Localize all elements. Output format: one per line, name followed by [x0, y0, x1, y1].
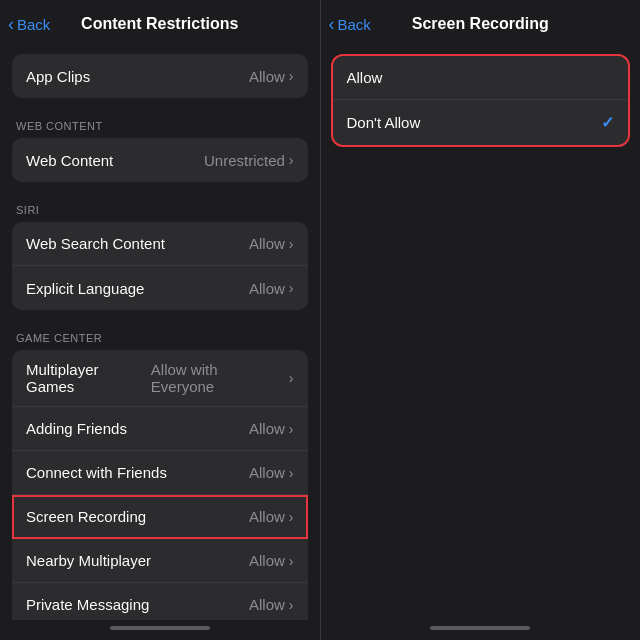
right-back-button[interactable]: ‹ Back — [329, 16, 371, 33]
app-clips-right: Allow › — [249, 68, 294, 85]
right-home-indicator — [321, 620, 641, 640]
screen-recording-options-group: Allow Don't Allow ✓ — [333, 56, 629, 145]
connect-friends-right: Allow › — [249, 464, 294, 481]
web-search-chevron-icon: › — [289, 236, 294, 252]
app-clips-value: Allow — [249, 68, 285, 85]
left-home-bar — [110, 626, 210, 630]
web-content-chevron-icon: › — [289, 152, 294, 168]
multiplayer-games-chevron-icon: › — [289, 370, 294, 386]
private-messaging-chevron-icon: › — [289, 597, 294, 613]
explicit-language-value: Allow — [249, 280, 285, 297]
row-connect-with-friends[interactable]: Connect with Friends Allow › — [12, 451, 308, 495]
private-messaging-right: Allow › — [249, 596, 294, 613]
web-search-right: Allow › — [249, 235, 294, 252]
right-nav-title: Screen Recording — [412, 15, 549, 33]
right-panel: ‹ Back Screen Recording Allow Don't Allo… — [321, 0, 641, 640]
screen-recording-value: Allow — [249, 508, 285, 525]
left-panel: ‹ Back Content Restrictions App Clips Al… — [0, 0, 320, 640]
left-nav-bar: ‹ Back Content Restrictions — [0, 0, 320, 44]
web-search-value: Allow — [249, 235, 285, 252]
explicit-language-chevron-icon: › — [289, 280, 294, 296]
row-web-content[interactable]: Web Content Unrestricted › — [12, 138, 308, 182]
left-scroll-content: App Clips Allow › WEB CONTENT Web Conten… — [0, 44, 320, 620]
back-chevron-icon: ‹ — [8, 15, 14, 33]
right-back-chevron-icon: ‹ — [329, 15, 335, 33]
right-back-label: Back — [338, 16, 371, 33]
explicit-language-label: Explicit Language — [26, 280, 144, 297]
web-content-right: Unrestricted › — [204, 152, 294, 169]
row-screen-recording[interactable]: Screen Recording Allow › — [12, 495, 308, 539]
web-content-value: Unrestricted — [204, 152, 285, 169]
left-back-label: Back — [17, 16, 50, 33]
private-messaging-value: Allow — [249, 596, 285, 613]
row-explicit-language[interactable]: Explicit Language Allow › — [12, 266, 308, 310]
left-nav-title: Content Restrictions — [81, 15, 238, 33]
left-back-button[interactable]: ‹ Back — [8, 16, 50, 33]
nearby-multiplayer-label: Nearby Multiplayer — [26, 552, 151, 569]
left-home-indicator — [0, 620, 320, 640]
app-clips-label: App Clips — [26, 68, 90, 85]
nearby-multiplayer-value: Allow — [249, 552, 285, 569]
group-siri: Web Search Content Allow › Explicit Lang… — [12, 222, 308, 310]
option-allow[interactable]: Allow — [333, 56, 629, 100]
section-label-game-center: GAME CENTER — [0, 318, 320, 350]
section-label-web: WEB CONTENT — [0, 106, 320, 138]
web-search-label: Web Search Content — [26, 235, 165, 252]
connect-friends-value: Allow — [249, 464, 285, 481]
option-dont-allow-label: Don't Allow — [347, 114, 421, 131]
multiplayer-games-value: Allow with Everyone — [151, 361, 285, 395]
section-label-siri: SIRI — [0, 190, 320, 222]
adding-friends-value: Allow — [249, 420, 285, 437]
group-game-center: Multiplayer Games Allow with Everyone › … — [12, 350, 308, 620]
screen-recording-chevron-icon: › — [289, 509, 294, 525]
adding-friends-chevron-icon: › — [289, 421, 294, 437]
right-nav-bar: ‹ Back Screen Recording — [321, 0, 641, 44]
connect-friends-chevron-icon: › — [289, 465, 294, 481]
connect-friends-label: Connect with Friends — [26, 464, 167, 481]
multiplayer-games-label: Multiplayer Games — [26, 361, 151, 395]
row-private-messaging[interactable]: Private Messaging Allow › — [12, 583, 308, 620]
adding-friends-label: Adding Friends — [26, 420, 127, 437]
right-scroll-content: Allow Don't Allow ✓ — [321, 44, 641, 620]
row-adding-friends[interactable]: Adding Friends Allow › — [12, 407, 308, 451]
row-nearby-multiplayer[interactable]: Nearby Multiplayer Allow › — [12, 539, 308, 583]
multiplayer-games-right: Allow with Everyone › — [151, 361, 294, 395]
screen-recording-right: Allow › — [249, 508, 294, 525]
private-messaging-label: Private Messaging — [26, 596, 149, 613]
group-first: App Clips Allow › — [12, 54, 308, 98]
option-dont-allow[interactable]: Don't Allow ✓ — [333, 100, 629, 145]
adding-friends-right: Allow › — [249, 420, 294, 437]
option-allow-label: Allow — [347, 69, 383, 86]
dont-allow-checkmark-icon: ✓ — [601, 113, 614, 132]
row-app-clips[interactable]: App Clips Allow › — [12, 54, 308, 98]
explicit-language-right: Allow › — [249, 280, 294, 297]
nearby-multiplayer-right: Allow › — [249, 552, 294, 569]
row-multiplayer-games[interactable]: Multiplayer Games Allow with Everyone › — [12, 350, 308, 407]
row-web-search[interactable]: Web Search Content Allow › — [12, 222, 308, 266]
right-home-bar — [430, 626, 530, 630]
screen-recording-label: Screen Recording — [26, 508, 146, 525]
app-clips-chevron-icon: › — [289, 68, 294, 84]
group-web-content: Web Content Unrestricted › — [12, 138, 308, 182]
web-content-label: Web Content — [26, 152, 113, 169]
nearby-multiplayer-chevron-icon: › — [289, 553, 294, 569]
